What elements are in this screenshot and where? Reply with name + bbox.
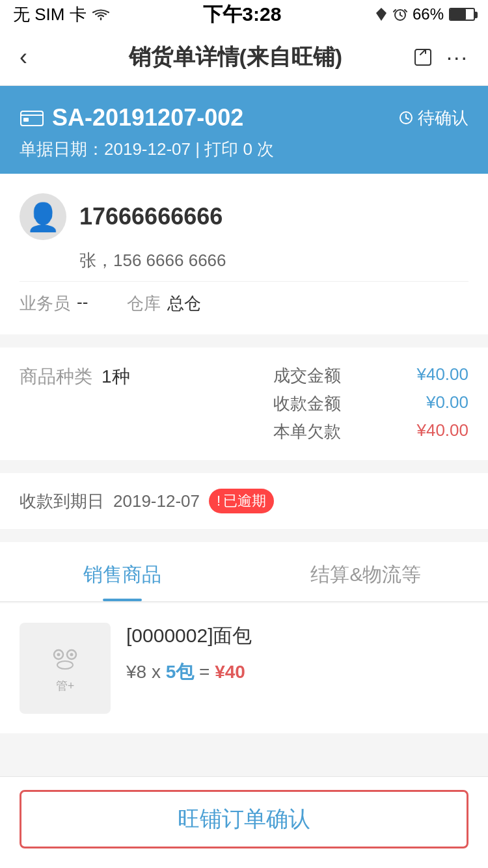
customer-section: 👤 17666666666 张，156 6666 6666 业务员 -- 仓库 …: [0, 174, 488, 334]
confirm-button[interactable]: 旺铺订单确认: [20, 790, 468, 848]
back-button[interactable]: ‹: [20, 44, 59, 71]
tabs-row: 销售商品 结算&物流等: [0, 542, 488, 602]
order-id: SA-20191207-002: [52, 104, 243, 131]
quantity-value: 5包: [166, 662, 195, 682]
salesperson-value: --: [77, 292, 88, 315]
svg-rect-6: [23, 118, 29, 122]
product-type-label: 商品种类: [20, 364, 92, 389]
tab-settlement[interactable]: 结算&物流等: [244, 542, 488, 601]
warehouse-value: 总仓: [167, 292, 201, 315]
product-section: 管+ [0000002]面包 ¥8 x 5包 = ¥40: [0, 603, 488, 733]
equals-sign: =: [194, 662, 215, 682]
page-title: 销货单详情(来自旺铺): [129, 42, 343, 72]
svg-line-9: [406, 118, 409, 119]
warehouse-item: 仓库 总仓: [127, 292, 201, 315]
avatar: 👤: [20, 193, 66, 240]
wifi-icon: [92, 8, 110, 21]
price-base: ¥8 x: [126, 662, 166, 682]
deal-amount-value: ¥40.00: [416, 364, 468, 387]
order-icon: [20, 109, 44, 127]
clock-icon: [398, 110, 414, 126]
owed-value: ¥40.00: [416, 420, 468, 443]
overdue-date: 2019-12-07: [113, 491, 200, 511]
order-banner: SA-20191207-002 待确认 单据日期：2019-12-07 | 打印…: [0, 86, 488, 174]
total-value: ¥40: [215, 662, 245, 682]
overdue-badge: ! 已逾期: [209, 489, 274, 513]
product-type: 商品种类 1种: [20, 364, 130, 389]
product-info: [0000002]面包 ¥8 x 5包 = ¥40: [126, 623, 468, 685]
deal-amount-label: 成交金额: [273, 364, 341, 387]
warehouse-label: 仓库: [127, 292, 161, 315]
nav-actions: ···: [413, 44, 468, 70]
product-price: ¥8 x 5包 = ¥40: [126, 660, 468, 685]
payment-value: ¥0.00: [426, 392, 468, 415]
overdue-section: 收款到期日 2019-12-07 ! 已逾期: [0, 473, 488, 529]
carrier-text: 无 SIM 卡: [13, 3, 87, 26]
status-time: 下午3:28: [203, 1, 281, 28]
tabs-section: 销售商品 结算&物流等: [0, 542, 488, 602]
amounts: 成交金额 ¥40.00 收款金额 ¥0.00 本单欠款 ¥40.00: [273, 364, 468, 443]
svg-point-13: [70, 653, 74, 657]
owed-label: 本单欠款: [273, 420, 341, 443]
share-icon[interactable]: [413, 47, 433, 68]
status-carrier: 无 SIM 卡: [13, 3, 110, 26]
status-text: 待确认: [418, 107, 468, 129]
svg-line-2: [400, 15, 402, 16]
salesperson-item: 业务员 --: [20, 292, 88, 315]
battery-percent: 66%: [413, 5, 444, 23]
status-right: 66%: [375, 5, 475, 23]
battery-icon: [449, 8, 475, 21]
product-item: 管+ [0000002]面包 ¥8 x 5包 = ¥40: [20, 623, 468, 714]
tab1-label: 销售商品: [83, 563, 161, 585]
salesperson-label: 业务员: [20, 292, 70, 315]
exclamation-icon: !: [217, 493, 221, 509]
overdue-text: 已逾期: [223, 491, 266, 511]
customer-phone: 17666666666: [79, 203, 223, 230]
alarm-icon: [393, 7, 407, 21]
product-type-value: 1种: [102, 364, 130, 389]
order-status: 待确认: [398, 107, 468, 129]
svg-point-11: [57, 653, 61, 657]
tab-sales-products[interactable]: 销售商品: [0, 542, 244, 601]
status-bar: 无 SIM 卡 下午3:28 66%: [0, 0, 488, 29]
summary-section: 商品种类 1种 成交金额 ¥40.00 收款金额 ¥0.00 本单欠款 ¥40.…: [0, 347, 488, 460]
nav-bar: ‹ 销货单详情(来自旺铺) ···: [0, 29, 488, 86]
order-date: 单据日期：2019-12-07 | 打印 0 次: [20, 138, 468, 161]
customer-name: 张，156 6666 6666: [79, 249, 468, 272]
customer-meta: 业务员 -- 仓库 总仓: [20, 281, 468, 315]
payment-label: 收款金额: [273, 392, 341, 415]
product-name: [0000002]面包: [126, 623, 468, 649]
person-icon: 👤: [26, 201, 60, 233]
location-icon: [375, 7, 388, 22]
owed-row: 本单欠款 ¥40.00: [273, 420, 468, 443]
deal-amount-row: 成交金额 ¥40.00: [273, 364, 468, 387]
confirm-button-label: 旺铺订单确认: [178, 804, 310, 834]
confirm-button-wrapper: 旺铺订单确认: [0, 776, 488, 868]
product-thumbnail-icon: [46, 643, 85, 675]
payment-row: 收款金额 ¥0.00: [273, 392, 468, 415]
tab2-label: 结算&物流等: [310, 563, 421, 585]
product-brand: 管+: [56, 678, 75, 694]
svg-point-14: [57, 661, 73, 669]
product-image: 管+: [20, 623, 111, 714]
more-button[interactable]: ···: [446, 44, 468, 70]
overdue-label: 收款到期日: [20, 490, 104, 513]
